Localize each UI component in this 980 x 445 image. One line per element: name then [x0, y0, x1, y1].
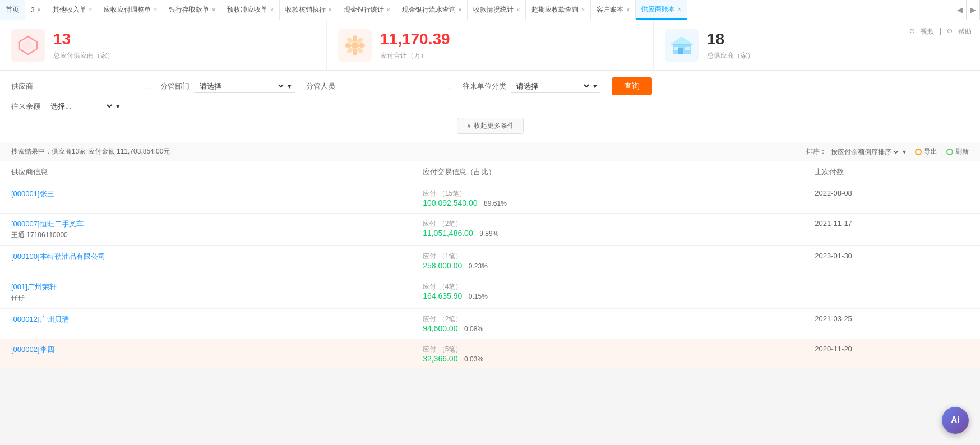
person-dots-icon[interactable]: ...: [445, 82, 451, 91]
supplier-link[interactable]: [001]广州荣轩: [11, 282, 57, 291]
ap-label: 应付: [423, 315, 436, 323]
dept-select-input[interactable]: 请选择: [197, 81, 285, 91]
category-label: 往来单位分类: [463, 81, 506, 91]
sort-label: 排序：: [806, 147, 826, 156]
nav-cash-bank-stat[interactable]: 现金银行统计 ×: [338, 0, 396, 20]
ap-count: （5笔）: [438, 345, 463, 353]
supplier-link[interactable]: [000002]李四: [11, 345, 54, 354]
close-icon[interactable]: ×: [581, 7, 585, 13]
nav-home[interactable]: 首页: [0, 0, 25, 20]
svg-marker-12: [671, 36, 693, 44]
supplier-link[interactable]: [000100]本特勒油品有限公司: [11, 252, 105, 261]
chevron-down-icon: ▾: [116, 102, 120, 110]
nav-next-arrow[interactable]: ▶: [967, 0, 980, 20]
supplier-dots-icon[interactable]: ...: [143, 82, 149, 91]
ap-amount[interactable]: 100,092,540.00: [423, 198, 477, 207]
supplier-link[interactable]: [000007]恒旺二手叉车: [11, 220, 84, 228]
svg-point-6: [358, 43, 365, 48]
ap-count: （1笔）: [438, 252, 463, 260]
svg-point-3: [353, 35, 357, 42]
last-pay-date: 2021-11-17: [815, 219, 852, 228]
export-icon: [915, 149, 922, 155]
category-select-input[interactable]: 请选择: [514, 81, 591, 91]
collapse-button[interactable]: ∧ 收起更多条件: [457, 118, 524, 134]
close-icon[interactable]: ×: [212, 7, 215, 13]
nav-other-income[interactable]: 其他收入单 ×: [47, 0, 99, 20]
ap-trade-cell: 应付 （1笔） 258,000.00 0.23%: [412, 246, 803, 276]
nav-ar-ap-adjust[interactable]: 应收应付调整单 ×: [98, 0, 163, 20]
category-select[interactable]: 请选择 ▾: [511, 80, 600, 93]
close-icon[interactable]: ×: [387, 7, 390, 13]
close-icon[interactable]: ×: [329, 7, 332, 13]
supplier-link[interactable]: [000001]张三: [11, 189, 54, 198]
close-icon[interactable]: ×: [38, 7, 41, 13]
nav-cash-bank-stat-label: 现金银行统计: [344, 5, 384, 15]
ap-amount[interactable]: 11,051,486.00: [423, 229, 473, 238]
refresh-button[interactable]: 刷新: [946, 147, 969, 156]
balance-select-input[interactable]: 选择...: [48, 101, 114, 111]
table-row: [001]广州荣轩 仔仔 应付 （4笔） 164,635.90 0.15%: [0, 276, 980, 309]
ap-amount[interactable]: 258,000.00: [423, 261, 462, 270]
ap-count: （4笔）: [438, 282, 463, 290]
close-icon[interactable]: ×: [459, 7, 462, 13]
nav-prepay-ar-label: 预收冲应收单: [227, 5, 267, 15]
ap-suppliers-label: 总应付供应商（家）: [53, 51, 114, 61]
ap-trade-cell: 应付 （15笔） 100,092,540.00 89.61%: [412, 183, 803, 214]
nav-home-label: 首页: [6, 5, 19, 15]
supplier-sub-info: 仔仔: [11, 293, 400, 303]
ap-percent: 89.61%: [484, 200, 507, 207]
nav-collection-stat[interactable]: 收款情况统计 ×: [468, 0, 526, 20]
close-icon[interactable]: ×: [270, 7, 274, 13]
summary-card-total-suppliers: 18 总供应商（家） ⊙ 视频 | ⊙ 帮助: [654, 20, 980, 70]
supplier-info-cell: [000001]张三: [0, 183, 412, 214]
export-button[interactable]: 导出: [915, 147, 937, 156]
ap-count: （2笔）: [438, 220, 463, 228]
dept-select[interactable]: 请选择 ▾: [194, 80, 295, 93]
close-icon[interactable]: ×: [89, 7, 93, 13]
close-icon[interactable]: ×: [626, 7, 630, 13]
close-icon[interactable]: ×: [154, 7, 157, 13]
nav-tab3[interactable]: 3 ×: [25, 0, 47, 20]
summary-ap-suppliers-content: 13 总应付供应商（家）: [53, 30, 114, 61]
ap-trade-cell: 应付 （2笔） 94,600.00 0.08%: [412, 309, 803, 339]
summary-ap-amount-content: 11,170.39 应付合计（万）: [380, 30, 450, 61]
svg-point-2: [352, 42, 358, 49]
ap-label: 应付: [423, 282, 436, 290]
last-pay-date: 2020-11-20: [815, 345, 852, 353]
supplier-label: 供应商: [11, 81, 33, 91]
ap-amount[interactable]: 94,600.00: [423, 324, 457, 333]
nav-prev-arrow[interactable]: ◀: [953, 0, 967, 20]
help-link[interactable]: 帮助: [958, 27, 972, 36]
video-link[interactable]: 视频: [921, 27, 934, 36]
person-input[interactable]: [340, 80, 441, 92]
ap-amount[interactable]: 164,635.90: [423, 291, 462, 300]
nav-collection-exec[interactable]: 收款核销执行 ×: [280, 0, 338, 20]
nav-cash-bank-flow[interactable]: 现金银行流水查询 ×: [396, 0, 468, 20]
nav-bank-deposit[interactable]: 银行存取款单 ×: [163, 0, 221, 20]
supplier-input[interactable]: [38, 80, 138, 92]
supplier-link[interactable]: [000012]广州贝瑞: [11, 315, 69, 323]
results-right: 排序： 按应付余额倒序排序 ▾ 导出 刷新: [806, 147, 969, 156]
nav-other-income-label: 其他收入单: [53, 5, 86, 15]
last-pay-cell: [803, 276, 980, 309]
ap-amount[interactable]: 32,366.00: [423, 354, 457, 363]
nav-prepay-ar[interactable]: 预收冲应收单 ×: [221, 0, 280, 20]
supplier-info-cell: [000002]李四: [0, 339, 412, 369]
ap-amount-label: 应付合计（万）: [380, 51, 450, 61]
nav-overdue-ar[interactable]: 超期应收款查询 ×: [526, 0, 591, 20]
close-icon[interactable]: ×: [678, 6, 681, 12]
table-row: [000100]本特勒油品有限公司 应付 （1笔） 258,000.00 0.2…: [0, 246, 980, 276]
supplier-info-cell: [000012]广州贝瑞: [0, 309, 412, 339]
ap-percent: 0.03%: [464, 355, 483, 363]
svg-point-4: [353, 49, 357, 55]
filter-balance: 往来余额 选择... ▾: [11, 100, 123, 113]
summary-bar: 13 总应付供应商（家） 11,170.39 应付合计（万）: [0, 20, 980, 71]
ap-suppliers-number: 13: [53, 30, 114, 49]
balance-select[interactable]: 选择... ▾: [45, 100, 123, 113]
svg-marker-1: [22, 40, 34, 51]
nav-customer-ledger[interactable]: 客户账本 ×: [591, 0, 636, 20]
sort-select-input[interactable]: 按应付余额倒序排序: [829, 147, 900, 156]
nav-supplier-ledger[interactable]: 供应商账本 ×: [636, 0, 687, 20]
query-button[interactable]: 查询: [612, 77, 652, 95]
close-icon[interactable]: ×: [516, 7, 520, 13]
